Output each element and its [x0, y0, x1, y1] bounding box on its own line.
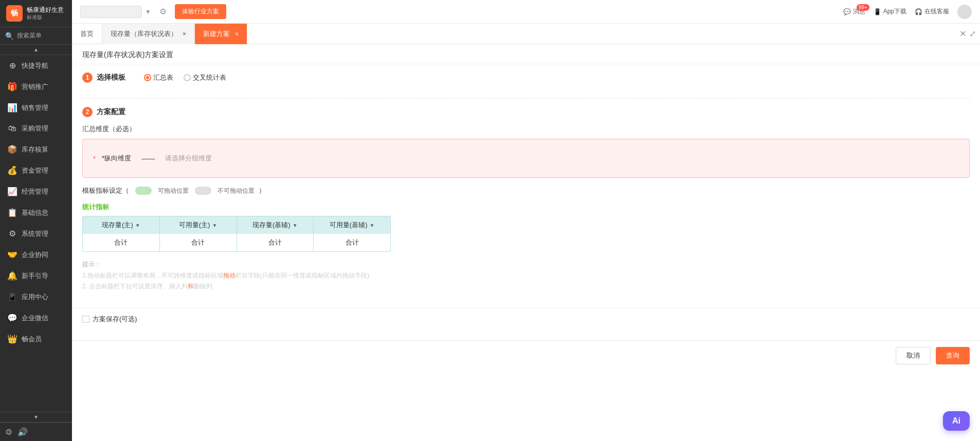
- sidebar-nav: ⊕ 快捷导航 🎁 营销推广 📊 销售管理 🛍 采购管理 📦 库存核算 💰 资金管…: [0, 55, 72, 412]
- settings-icon[interactable]: ⚙: [5, 427, 12, 437]
- app-name: 畅康通好生意: [27, 6, 64, 14]
- draggable-label: 可拖动位置: [158, 187, 189, 195]
- sidebar-item-quick-nav[interactable]: ⊕ 快捷导航: [0, 55, 72, 76]
- tab-home-label: 首页: [80, 29, 94, 39]
- topbar-gear-icon[interactable]: ⚙: [159, 7, 167, 16]
- sidebar-item-basic-info[interactable]: 📋 基础信息: [0, 202, 72, 223]
- tabs-bar: 首页 现存量（库存状况表） × 新建方案 × ✕ ⤢: [72, 24, 980, 44]
- service-label: 在线客服: [924, 7, 949, 16]
- tab-new-scheme-close[interactable]: ×: [235, 30, 239, 38]
- indicator-label-row: 模板指标设定（ 可拖动位置 不可拖动位置 ）: [82, 186, 970, 195]
- tab-inventory-status[interactable]: 现存量（库存状况表） ×: [102, 24, 195, 44]
- radio-cross[interactable]: 交叉统计表: [184, 73, 226, 82]
- sidebar-item-wechat[interactable]: 💬 企业微信: [0, 307, 72, 328]
- stats-cell-4: 合计: [314, 234, 390, 251]
- sidebar-item-label: 采购管理: [22, 124, 48, 133]
- audio-icon[interactable]: 🔊: [17, 427, 28, 437]
- dim-required: *: [93, 155, 96, 162]
- topbar-app[interactable]: 📱 App下载: [874, 7, 906, 16]
- sidebar-item-label: 库存核算: [22, 145, 48, 154]
- logo-icon: 畅: [6, 5, 23, 22]
- template-options: 汇总表 交叉统计表: [144, 73, 226, 82]
- main-wrapper: ▼ ⚙ 体验行业方案 💬 消息 99+ 📱 App下载 🎧 在线客服 首页: [72, 0, 980, 441]
- app-label: App下载: [883, 7, 906, 16]
- radio-dot-summary: [144, 74, 151, 81]
- topbar-avatar[interactable]: [957, 5, 972, 19]
- sidebar-item-app-center[interactable]: 📱 应用中心: [0, 286, 72, 307]
- indicator-section: 模板指标设定（ 可拖动位置 不可拖动位置 ）: [82, 186, 970, 195]
- sidebar-item-member[interactable]: 👑 畅会员: [0, 328, 72, 350]
- topbar-service[interactable]: 🎧 在线客服: [915, 7, 949, 16]
- sidebar-item-label: 资金管理: [22, 166, 48, 175]
- stats-col-3[interactable]: 现存量(基辅) ▼: [237, 216, 314, 234]
- sidebar-item-label: 畅会员: [22, 335, 42, 344]
- quick-nav-icon: ⊕: [7, 61, 17, 70]
- stats-col-2-label: 可用量(主): [179, 220, 210, 230]
- sidebar-item-label: 经营管理: [22, 187, 48, 196]
- operations-icon: 📈: [7, 187, 17, 196]
- indicator-title-suffix: ）: [259, 186, 265, 195]
- scroll-up-icon: ▲: [33, 47, 39, 52]
- search-icon: 🔍: [5, 32, 14, 40]
- tab-inventory-close[interactable]: ×: [183, 30, 186, 38]
- stats-table-body: 合计 合计 合计 合计: [83, 234, 390, 251]
- trial-btn[interactable]: 体验行业方案: [175, 4, 226, 19]
- close-panel-icon[interactable]: ✕: [959, 29, 966, 39]
- sidebar-item-marketing[interactable]: 🎁 营销推广: [0, 76, 72, 97]
- tab-new-scheme[interactable]: 新建方案 ×: [195, 24, 247, 44]
- app-center-icon: 📱: [7, 292, 17, 302]
- sidebar-item-label: 应用中心: [22, 292, 48, 302]
- topbar-chevron-icon[interactable]: ▼: [145, 8, 151, 15]
- stats-col-1[interactable]: 现存量(主) ▼: [83, 216, 160, 234]
- dim-placeholder: 请选择分组维度: [165, 154, 212, 163]
- topbar-search-input[interactable]: [80, 6, 142, 18]
- cancel-button[interactable]: 取消: [896, 347, 931, 364]
- query-button[interactable]: 查询: [936, 347, 970, 364]
- topbar: ▼ ⚙ 体验行业方案 💬 消息 99+ 📱 App下载 🎧 在线客服: [72, 0, 980, 24]
- radio-summary[interactable]: 汇总表: [144, 73, 173, 82]
- sidebar-item-newbie[interactable]: 🔔 新手引导: [0, 265, 72, 286]
- sidebar-logo: 畅 畅康通好生意 标准版: [0, 0, 72, 27]
- sidebar-item-finance[interactable]: 💰 资金管理: [0, 160, 72, 181]
- tab-new-scheme-label: 新建方案: [203, 29, 230, 39]
- page-footer: 取消 查询: [72, 340, 980, 371]
- sidebar-item-inventory[interactable]: 📦 库存核算: [0, 139, 72, 160]
- stats-col-4[interactable]: 可用量(基辅) ▼: [314, 216, 390, 234]
- member-icon: 👑: [7, 334, 17, 344]
- expand-icon[interactable]: ⤢: [969, 29, 976, 39]
- scroll-down[interactable]: ▼: [0, 412, 72, 422]
- sidebar-item-sales[interactable]: 📊 销售管理: [0, 97, 72, 118]
- draggable-indicator: [135, 187, 152, 195]
- dim-vertical: *纵向维度: [102, 154, 131, 163]
- sales-icon: 📊: [7, 103, 17, 113]
- stats-col-3-chevron: ▼: [293, 223, 298, 228]
- sidebar-item-enterprise[interactable]: 🤝 企业协同: [0, 244, 72, 265]
- sidebar-item-label: 基础信息: [22, 208, 48, 217]
- topbar-right: 💬 消息 99+ 📱 App下载 🎧 在线客服: [843, 5, 972, 19]
- sidebar-item-purchase[interactable]: 🛍 采购管理: [0, 118, 72, 139]
- headset-icon: 🎧: [915, 8, 922, 15]
- sidebar-item-system[interactable]: ⚙ 系统管理: [0, 223, 72, 244]
- topbar-msg[interactable]: 💬 消息 99+: [843, 7, 865, 16]
- stats-col-2[interactable]: 可用量(主) ▼: [160, 216, 237, 234]
- stats-col-4-label: 可用量(基辅): [330, 220, 368, 230]
- sidebar-item-label: 企业微信: [22, 314, 48, 323]
- stats-header: 统计指标: [82, 203, 970, 212]
- scroll-up[interactable]: ▲: [0, 45, 72, 55]
- stats-cell-3: 合计: [237, 234, 314, 251]
- msg-badge: 99+: [857, 4, 869, 11]
- save-checkbox[interactable]: [82, 316, 89, 323]
- sidebar-item-label: 快捷导航: [22, 61, 48, 70]
- step1-label: 1 选择模板 汇总表 交叉统计表: [82, 72, 970, 83]
- finance-icon: 💰: [7, 166, 17, 175]
- step2-section: 2 方案配置 汇总维度（必选） * *纵向维度 —— 请选择分组维度 模板指标设…: [72, 107, 980, 308]
- step2-title: 方案配置: [97, 107, 125, 117]
- sidebar-search[interactable]: 🔍 搜索菜单: [0, 27, 72, 45]
- tab-home[interactable]: 首页: [72, 24, 102, 44]
- sidebar-item-operations[interactable]: 📈 经营管理: [0, 181, 72, 202]
- sidebar-bottom: ⚙ 🔊: [0, 422, 72, 441]
- tips-title: 提示：: [82, 260, 970, 269]
- sidebar-item-label: 销售管理: [22, 103, 48, 113]
- ai-float-button[interactable]: Ai: [943, 411, 970, 431]
- step2-num: 2: [82, 107, 93, 117]
